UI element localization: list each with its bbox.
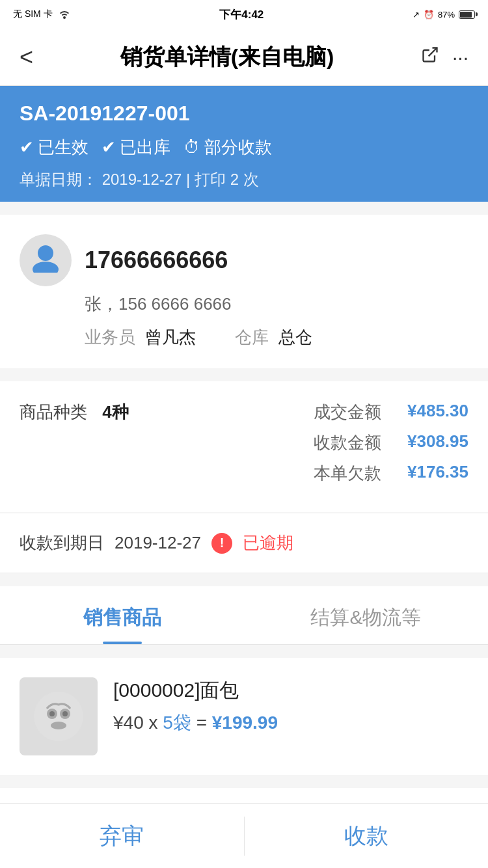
page-title: 销货单详情(来自电脑) <box>120 42 334 72</box>
summary-section: 商品种类 4种 成交金额 ¥485.30 收款金额 ¥308.95 本单欠款 ¥… <box>0 381 488 512</box>
status-time: 下午4:42 <box>219 7 264 22</box>
amounts: 成交金额 ¥485.30 收款金额 ¥308.95 本单欠款 ¥176.35 <box>314 401 468 493</box>
product-info-1: [0000002]面包 ¥40 x 5袋 = ¥199.99 <box>113 677 468 735</box>
avatar <box>20 234 72 286</box>
svg-line-0 <box>429 48 437 57</box>
svg-point-3 <box>34 692 83 741</box>
wifi-icon <box>58 8 71 21</box>
tab-settlement[interactable]: 结算&物流等 <box>244 586 488 644</box>
svg-point-8 <box>51 722 66 729</box>
debt-amount: 本单欠款 ¥176.35 <box>314 462 468 485</box>
product-name-1: [0000002]面包 <box>113 677 468 704</box>
customer-name-phone: 张，156 6666 6666 <box>85 293 468 316</box>
due-date-section: 收款到期日 2019-12-27 ! 已逾期 <box>0 513 488 573</box>
header-banner: SA-20191227-001 ✔ 已生效 ✔ 已出库 ⏱ 部分收款 单据日期：… <box>0 86 488 202</box>
location-icon: ↗ <box>413 10 420 20</box>
header-date-row: 单据日期： 2019-12-27 | 打印 2 次 <box>20 169 468 190</box>
bottom-bar: 弃审 收款 <box>0 803 488 868</box>
confirm-button[interactable]: 收款 <box>245 804 489 868</box>
nav-actions: ··· <box>421 46 468 68</box>
transaction-amount: 成交金额 ¥485.30 <box>314 401 468 424</box>
svg-point-1 <box>38 245 53 261</box>
svg-point-7 <box>62 711 68 716</box>
product-thumbnail-1 <box>20 677 98 755</box>
alarm-icon: ⏰ <box>424 10 434 20</box>
overdue-label: 已逾期 <box>243 532 293 554</box>
status-right: ↗ ⏰ 87% <box>413 10 475 20</box>
tab-products[interactable]: 销售商品 <box>0 586 244 644</box>
status-bar: 无 SIM 卡 下午4:42 ↗ ⏰ 87% <box>0 0 488 29</box>
share-button[interactable] <box>421 46 439 68</box>
back-button[interactable]: < <box>20 44 33 71</box>
badge-effective: ✔ 已生效 <box>20 136 88 159</box>
carrier-label: 无 SIM 卡 <box>13 8 53 20</box>
svg-point-2 <box>33 262 59 273</box>
customer-meta: 业务员 曾凡杰 仓库 总仓 <box>85 326 468 349</box>
check-icon-2: ✔ <box>102 137 116 157</box>
sales-info: 业务员 曾凡杰 <box>85 326 196 349</box>
customer-section: 17666666666 张，156 6666 6666 业务员 曾凡杰 仓库 总… <box>0 215 488 368</box>
svg-point-6 <box>49 711 55 716</box>
order-id: SA-20191227-001 <box>20 102 468 126</box>
product-type: 商品种类 4种 <box>20 401 129 424</box>
battery-icon <box>459 10 475 19</box>
product-price-1: ¥40 x 5袋 = ¥199.99 <box>113 711 468 735</box>
list-item: [0000002]面包 ¥40 x 5袋 = ¥199.99 <box>0 658 488 775</box>
received-amount: 收款金额 ¥308.95 <box>314 431 468 454</box>
warehouse-info: 仓库 总仓 <box>235 326 312 349</box>
status-left: 无 SIM 卡 <box>13 8 71 21</box>
more-button[interactable]: ··· <box>452 46 468 68</box>
status-badges: ✔ 已生效 ✔ 已出库 ⏱ 部分收款 <box>20 136 468 159</box>
badge-partial: ⏱ 部分收款 <box>183 136 272 159</box>
cancel-button[interactable]: 弃审 <box>0 804 244 868</box>
product-image-placeholder-1 <box>20 677 98 755</box>
overdue-icon: ! <box>211 533 232 554</box>
check-icon: ✔ <box>20 137 34 157</box>
badge-shipped: ✔ 已出库 <box>102 136 170 159</box>
battery-percent: 87% <box>438 10 455 20</box>
nav-bar: < 销货单详情(来自电脑) ··· <box>0 29 488 86</box>
customer-phone: 17666666666 <box>85 247 228 274</box>
clock-icon: ⏱ <box>183 137 200 157</box>
customer-main-row: 17666666666 <box>20 234 468 286</box>
user-icon <box>29 240 62 280</box>
tabs: 销售商品 结算&物流等 <box>0 586 488 645</box>
